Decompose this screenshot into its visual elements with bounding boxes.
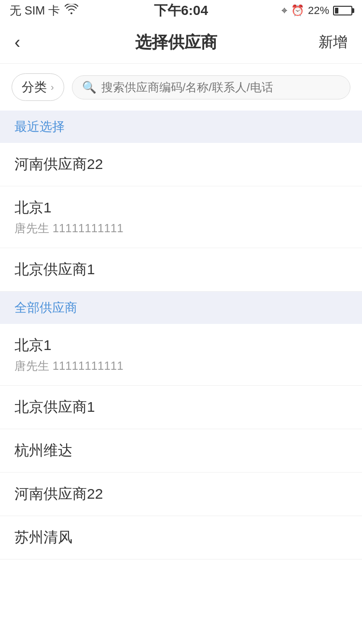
list-item[interactable]: 北京供应商1 [0,248,362,292]
alarm-icon: ⏰ [291,4,304,17]
list-item[interactable]: 河南供应商22 [0,473,362,516]
nav-bar: ‹ 选择供应商 新增 [0,21,362,64]
time-display: 下午6:04 [154,1,208,20]
item-name: 北京供应商1 [14,397,348,417]
item-sub: 唐先生 11111111111 [14,358,348,374]
item-name: 苏州清风 [14,528,348,547]
recent-items-list: 河南供应商22 北京1 唐先生 11111111111 北京供应商1 [0,143,362,292]
category-button[interactable]: 分类 › [12,73,64,101]
carrier-text: 无 SIM 卡 [10,3,60,18]
item-name: 北京1 [14,198,348,218]
back-button[interactable]: ‹ [14,32,43,53]
battery-icon [333,6,352,15]
list-item[interactable]: 河南供应商22 [0,143,362,186]
list-item[interactable]: 北京1 唐先生 11111111111 [0,186,362,248]
search-box: 🔍 [72,75,350,99]
item-name: 河南供应商22 [14,154,348,174]
list-item[interactable]: 杭州维达 [0,429,362,473]
page-title: 选择供应商 [135,31,217,54]
chevron-right-icon: › [51,82,54,93]
list-item[interactable]: 北京供应商1 [0,386,362,429]
add-button[interactable]: 新增 [309,32,348,52]
all-section-label: 全部供应商 [14,300,77,315]
battery-percent: 22% [308,4,329,17]
item-sub: 唐先生 11111111111 [14,221,348,236]
item-name: 北京供应商1 [14,260,348,280]
item-name: 北京1 [14,336,348,355]
filter-bar: 分类 › 🔍 [0,64,362,111]
all-items-list: 北京1 唐先生 11111111111 北京供应商1 杭州维达 河南供应商22 … [0,324,362,560]
list-item[interactable]: 苏州清风 [0,516,362,560]
status-right: ⌖ ⏰ 22% [281,4,352,17]
status-left: 无 SIM 卡 [10,3,78,18]
status-bar: 无 SIM 卡 下午6:04 ⌖ ⏰ 22% [0,0,362,21]
item-name: 杭州维达 [14,441,348,461]
wifi-icon [65,4,78,17]
recent-section-label: 最近选择 [14,119,65,134]
search-input[interactable] [101,81,340,94]
item-name: 河南供应商22 [14,484,348,504]
category-label: 分类 [22,79,47,96]
all-section-header: 全部供应商 [0,292,362,324]
list-item[interactable]: 北京1 唐先生 11111111111 [0,324,362,386]
location-icon: ⌖ [281,4,287,17]
search-icon: 🔍 [82,81,97,94]
recent-section-header: 最近选择 [0,111,362,143]
